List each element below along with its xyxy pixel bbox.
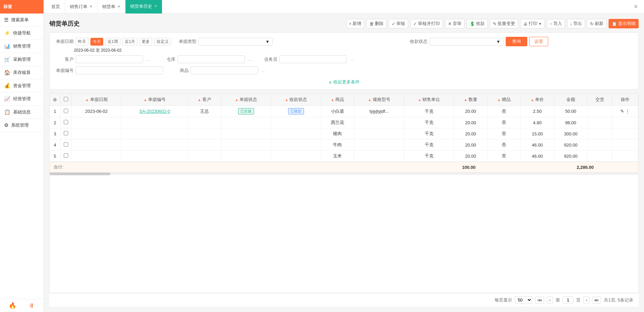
new-button[interactable]: + 新增 — [346, 19, 365, 28]
row-checkbox-input[interactable] — [64, 131, 68, 135]
product-ellipsis[interactable]: ... — [261, 68, 265, 73]
row-docno[interactable] — [122, 139, 188, 151]
export-button[interactable]: ↓ 导出 — [567, 19, 585, 28]
collapse-button[interactable]: ∧ 收起更多条件 — [55, 78, 633, 85]
last30-btn[interactable]: 近1月 — [122, 38, 138, 46]
docno-input[interactable] — [76, 67, 163, 74]
more-btn[interactable]: 更多 — [139, 38, 152, 46]
row-docno[interactable] — [122, 128, 188, 139]
select-all-checkbox[interactable] — [64, 97, 68, 101]
sort-icon: ▲ — [198, 98, 201, 102]
gear-column-header[interactable]: ⚙ — [50, 94, 60, 106]
prev-page-button[interactable]: ‹ — [547, 296, 553, 304]
review-button[interactable]: ✓ 审核 — [389, 19, 408, 28]
docstatus-column-header[interactable]: ▲ 单据状态 — [221, 94, 271, 106]
first-page-button[interactable]: ⏮ — [535, 296, 544, 304]
tab-home[interactable]: 首页 — [47, 0, 65, 14]
per-page-select[interactable]: 50 100 — [515, 296, 532, 304]
today-btn[interactable]: 今天 — [90, 38, 103, 46]
docno-link[interactable]: SA-20230602-0 — [139, 109, 170, 114]
settings-button[interactable]: 设置 — [529, 37, 548, 46]
row-action[interactable]: ✎ ⋮ — [612, 106, 638, 117]
query-button[interactable]: 查询 — [506, 37, 527, 46]
product-column-header[interactable]: ▲ 商品 — [321, 94, 354, 106]
sidebar-item-inventory[interactable]: 🏠 库存核算 — [0, 66, 44, 79]
checkbox-column-header[interactable] — [60, 94, 71, 106]
payment-status-select[interactable]: ▼ — [429, 38, 504, 46]
sidebar-pause-button[interactable]: ⏸ — [29, 302, 35, 309]
paymentstatus-column-header[interactable]: ▲ 收款状态 — [271, 94, 321, 106]
row-action[interactable] — [612, 128, 638, 139]
warehouse-ellipsis[interactable]: ... — [248, 57, 252, 62]
next-page-button[interactable]: › — [583, 296, 589, 304]
sidebar-item-basicinfo[interactable]: 📋 基础信息 — [0, 106, 44, 119]
sidebar-item-operations[interactable]: 📈 经营管理 — [0, 93, 44, 106]
sidebar-item-system[interactable]: ⚙ 系统管理 — [0, 119, 44, 132]
customer-input[interactable] — [76, 55, 143, 63]
product-input[interactable] — [191, 67, 258, 74]
sidebar-item-purchase[interactable]: 🛒 采购管理 — [0, 53, 44, 66]
docno-column-header[interactable]: ▲ 单据编号 — [122, 94, 188, 106]
quick-nav-icon: ⚡ — [4, 30, 10, 36]
warehouse-input[interactable] — [177, 55, 245, 63]
row-paymentstatus: 已收款 — [271, 106, 321, 117]
spec-column-header[interactable]: ▲ 规格型号 — [354, 94, 404, 106]
tab-sales-order[interactable]: 销售订单 ✕ — [65, 0, 97, 14]
salesperson-ellipsis[interactable]: ... — [350, 57, 354, 62]
row-docno[interactable] — [122, 151, 188, 162]
qty-column-header[interactable]: ▲ 数量 — [454, 94, 487, 106]
row-checkbox-input[interactable] — [64, 153, 68, 158]
last7-btn[interactable]: 近1周 — [105, 38, 120, 46]
tab-sales-order-close[interactable]: ✕ — [89, 4, 92, 9]
delete-button[interactable]: 🗑 删除 — [366, 19, 387, 28]
abandon-button[interactable]: ✕ 弃审 — [445, 19, 465, 28]
row-product: 玉米 — [321, 151, 354, 162]
unit-column-header[interactable]: ▲ 销售单位 — [404, 94, 454, 106]
row-checkbox[interactable] — [60, 117, 71, 128]
custom-btn[interactable]: 自定义 — [154, 38, 171, 46]
row-action[interactable] — [612, 151, 638, 162]
row-checkbox-input[interactable] — [64, 109, 68, 113]
tab-sales-history[interactable]: 销货单历史 ✕ — [125, 0, 162, 14]
row-checkbox[interactable] — [60, 106, 71, 117]
row-checkbox[interactable] — [60, 128, 71, 139]
customer-column-header[interactable]: ▲ 客户 — [188, 94, 221, 106]
import-button[interactable]: ↑ 导入 — [547, 19, 565, 28]
row-docno[interactable]: SA-20230602-0 — [122, 106, 188, 117]
show-detail-button[interactable]: 📋 显示明细 — [609, 19, 639, 28]
refresh-button[interactable]: ↻ 刷新 — [587, 19, 607, 28]
scroll-bar[interactable] — [50, 172, 638, 175]
row-date — [71, 128, 122, 139]
salesperson-input[interactable] — [279, 55, 347, 63]
row-checkbox-input[interactable] — [64, 120, 68, 124]
tab-sales-delivery-close[interactable]: ✕ — [117, 4, 120, 9]
batch-change-button[interactable]: ✎ 批量变更 — [490, 19, 518, 28]
yesterday-btn[interactable]: 昨天 — [76, 38, 88, 46]
table-body: 12023-06-02SA-20230602-0王总已生效已收款小白菜tyjyj… — [50, 106, 638, 162]
page-number-input[interactable] — [563, 296, 573, 304]
sidebar-item-quick-nav[interactable]: ⚡ 快捷导航 — [0, 27, 44, 40]
gift-column-header[interactable]: ▲ 赠品 — [487, 94, 521, 106]
row-docno[interactable] — [122, 117, 188, 128]
collect-button[interactable]: 💲 收款 — [467, 19, 488, 28]
price-column-header[interactable]: ▲ 单价 — [521, 94, 554, 106]
last-page-button[interactable]: ⏭ — [592, 296, 601, 304]
scroll-thumb[interactable] — [50, 173, 110, 175]
tab-sales-history-close[interactable]: ✕ — [154, 4, 157, 8]
date-column-header[interactable]: ▲ 单据日期 — [71, 94, 122, 106]
sidebar-item-search-menu[interactable]: ☰ 搜索菜单 — [0, 14, 44, 27]
sidebar-item-finance[interactable]: 💰 资金管理 — [0, 79, 44, 93]
row-checkbox-input[interactable] — [64, 142, 68, 147]
row-checkbox[interactable] — [60, 151, 71, 162]
row-action[interactable] — [612, 139, 638, 151]
sidebar-item-sales[interactable]: 📊 销售管理 — [0, 40, 44, 53]
tab-sales-delivery[interactable]: 销货单 ✕ — [97, 0, 125, 14]
customer-ellipsis[interactable]: ... — [146, 57, 150, 62]
row-action[interactable] — [612, 117, 638, 128]
review-print-button[interactable]: ✓ 审核并打印 — [410, 19, 443, 28]
sidebar-fire-button[interactable]: 🔥 — [9, 302, 16, 309]
doctype-select[interactable]: ▼ — [198, 38, 273, 46]
row-checkbox[interactable] — [60, 139, 71, 151]
print-button[interactable]: 🖨 打印 ▼ — [520, 19, 545, 28]
window-close-button[interactable]: ✕ — [630, 3, 641, 10]
